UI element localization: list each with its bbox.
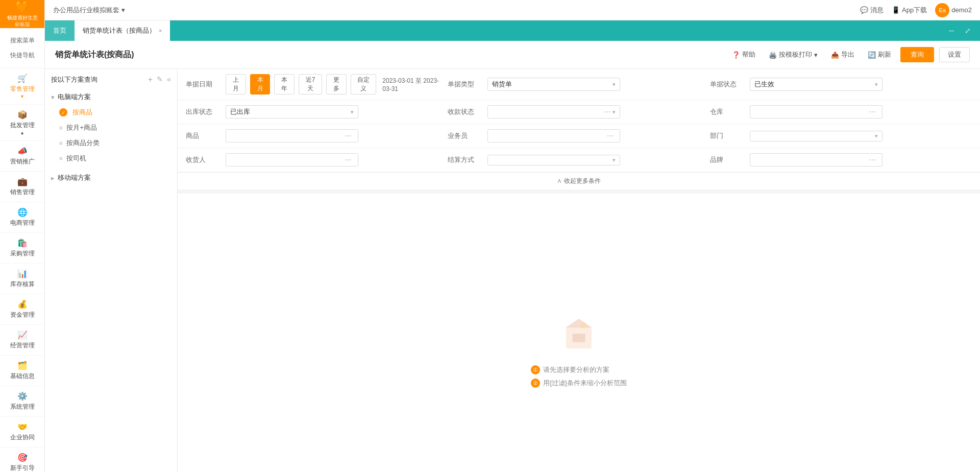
query-btn[interactable]: 查询 — [900, 47, 934, 62]
search-menu-item[interactable]: 搜索菜单 — [10, 33, 35, 48]
warehouse-select[interactable]: ··· — [750, 105, 883, 119]
receipt-status-label: 收款状态 — [448, 107, 483, 116]
out-status-value: 已出库 — [230, 107, 351, 116]
product-select[interactable]: ··· — [226, 129, 358, 143]
sidebar-item-retail[interactable]: 🛒 零售管理 ▾ — [0, 68, 44, 105]
right-panel: 单据日期 上月 本月 本年 近7天 更多 自定义 2023-03-01 至 20… — [178, 69, 980, 472]
brand-select[interactable]: ··· — [750, 153, 883, 167]
status-filter-area: 单据状态 已生效 ▾ — [710, 78, 972, 91]
dept-filter: 部门 ▾ — [710, 131, 972, 141]
dept-select[interactable]: ▾ — [750, 131, 883, 141]
page-header-actions: ❓ 帮助 🖨️ 按模板打印 ▾ 📤 导出 🔄 刷新 查询 — [728, 47, 970, 68]
maximize-tab-btn[interactable]: ⤢ — [962, 25, 974, 37]
product-filter: 商品 ··· — [186, 129, 448, 143]
salesman-select[interactable]: ··· — [487, 129, 620, 143]
sidebar-item-ecommerce[interactable]: 🌐 电商管理 — [0, 202, 44, 233]
sidebar-item-sales[interactable]: 💼 销售管理 — [0, 172, 44, 202]
date-btn-custom[interactable]: 自定义 — [351, 74, 377, 95]
print-btn[interactable]: 🖨️ 按模板打印 ▾ — [765, 48, 822, 61]
cooperation-icon: 🤝 — [17, 422, 28, 432]
brand-dots[interactable]: ··· — [867, 155, 877, 164]
export-icon: 📤 — [831, 51, 839, 59]
out-status-label: 出库状态 — [186, 107, 222, 116]
warehouse-filter: 仓库 ··· — [710, 105, 972, 119]
export-btn[interactable]: 📤 导出 — [827, 48, 859, 61]
help-btn[interactable]: ❓ 帮助 — [728, 48, 760, 61]
app-logo[interactable]: 🧡 畅捷通好生意 标账版 — [0, 0, 45, 28]
add-scheme-icon[interactable]: + — [148, 75, 153, 84]
user-menu[interactable]: Ea demo2 — [935, 3, 972, 17]
finance-label: 资金管理 — [10, 311, 35, 319]
sidebar-item-inventory[interactable]: 📊 库存核算 — [0, 264, 44, 294]
empty-state: ① 请先选择要分析的方案 ② 用[过滤]条件来缩小分析范围 — [178, 194, 980, 472]
date-btn-more[interactable]: 更多 — [326, 74, 347, 95]
date-btn-this-year[interactable]: 本年 — [274, 74, 295, 95]
pc-expand-icon[interactable]: ▾ — [51, 93, 55, 101]
ecommerce-label: 电商管理 — [10, 219, 35, 227]
empty-tip-1: ① 请先选择要分析的方案 — [531, 365, 626, 374]
date-btn-this-month[interactable]: 本月 — [250, 74, 271, 95]
left-panel: 按以下方案查询 + ✎ « ▾ 电脑端方案 ✓ 按商品 — [45, 69, 178, 472]
quick-nav-item[interactable]: 快捷导航 — [10, 48, 35, 63]
collapse-bar[interactable]: ∧ 收起更多条件 — [178, 172, 980, 190]
tab-home[interactable]: 首页 — [45, 20, 75, 41]
sidebar-item-finance[interactable]: 💰 资金管理 — [0, 294, 44, 325]
warehouse-dots[interactable]: ··· — [867, 107, 877, 116]
system-icon: ⚙️ — [17, 391, 28, 401]
out-status-select[interactable]: 已出库 ▾ — [226, 105, 358, 119]
receipt-status-dots[interactable]: ··· — [602, 107, 612, 116]
sidebar-item-operations[interactable]: 📈 经营管理 — [0, 325, 44, 356]
date-btn-7days[interactable]: 近7天 — [299, 74, 322, 95]
help-icon: ❓ — [732, 51, 740, 59]
recipient-select[interactable]: ··· — [226, 153, 358, 167]
setting-btn[interactable]: 设置 — [939, 47, 970, 62]
sidebar-item-guide[interactable]: 🎯 新手引导 — [0, 447, 44, 472]
sidebar-item-system[interactable]: ⚙️ 系统管理 — [0, 386, 44, 417]
sidebar-item-marketing[interactable]: 📣 营销推广 — [0, 141, 44, 172]
out-status-arrow: ▾ — [351, 109, 354, 115]
tab-sales-stat[interactable]: 销货单统计表（按商品） × — [75, 20, 170, 41]
payment-select[interactable]: ▾ — [487, 155, 620, 166]
edit-scheme-icon[interactable]: ✎ — [157, 75, 163, 84]
product-label: 商品 — [186, 131, 222, 140]
sidebar-item-purchase[interactable]: 🛍️ 采购管理 — [0, 233, 44, 264]
tree-item-by-month-product[interactable]: ≡ 按月+商品 — [53, 120, 177, 135]
home-tab-label: 首页 — [53, 26, 66, 35]
tree-item-by-cashier[interactable]: ≡ 按司机 — [53, 151, 177, 166]
page-header: 销货单统计表(按商品) ❓ 帮助 🖨️ 按模板打印 ▾ 📤 导出 🔄 刷新 — [45, 41, 980, 69]
by-month-product-label: 按月+商品 — [66, 123, 97, 132]
pc-section: ▾ 电脑端方案 — [45, 89, 177, 105]
refresh-btn[interactable]: 🔄 刷新 — [864, 48, 895, 61]
sidebar-item-cooperation[interactable]: 🤝 企业协同 — [0, 417, 44, 447]
receipt-status-select[interactable]: ··· ▾ — [487, 105, 620, 119]
collapse-scheme-icon[interactable]: « — [167, 75, 171, 84]
finance-icon: 💰 — [17, 299, 28, 309]
mobile-expand-icon[interactable]: ▸ — [51, 174, 55, 182]
filter-row-1: 单据日期 上月 本月 本年 近7天 更多 自定义 2023-03-01 至 20… — [178, 69, 980, 100]
marketing-icon: 📣 — [17, 146, 28, 156]
receipt-status-filter: 收款状态 ··· ▾ — [448, 105, 709, 119]
type-filter-area: 单据类型 销货单 ▾ — [448, 78, 709, 91]
date-btn-last-month[interactable]: 上月 — [226, 74, 246, 95]
status-select[interactable]: 已生效 ▾ — [750, 78, 883, 91]
guide-icon: 🎯 — [17, 453, 28, 462]
type-select[interactable]: 销货单 ▾ — [487, 78, 620, 91]
tree-item-by-product[interactable]: ✓ 按商品 — [53, 105, 177, 120]
product-dots[interactable]: ··· — [343, 131, 354, 140]
sidebar-item-basic[interactable]: 🗂️ 基础信息 — [0, 356, 44, 386]
sales-icon: 💼 — [17, 177, 28, 186]
sidebar-item-wholesale[interactable]: 📦 批发管理 ▴ — [0, 105, 44, 141]
company-dropdown[interactable]: 办公用品行业模拟账套 ▾ — [53, 6, 125, 15]
by-product-label: 按商品 — [72, 108, 92, 117]
tree-item-by-category[interactable]: ≡ 按商品分类 — [53, 135, 177, 151]
recipient-dots[interactable]: ··· — [343, 155, 354, 164]
filter-row-3: 商品 ··· 业务员 ··· — [178, 124, 980, 148]
message-btn[interactable]: 💬 消息 — [860, 6, 884, 15]
minimize-tab-btn[interactable]: ─ — [945, 25, 958, 37]
print-icon: 🖨️ — [769, 51, 777, 59]
sidebar: 🧡 畅捷通好生意 标账版 搜索菜单 快捷导航 🛒 零售管理 ▾ 📦 批发管理 ▴… — [0, 0, 45, 472]
purchase-label: 采购管理 — [10, 249, 35, 258]
tab-close-icon[interactable]: × — [159, 28, 162, 34]
salesman-dots[interactable]: ··· — [605, 131, 616, 140]
app-download-btn[interactable]: 📱 App下载 — [892, 6, 927, 15]
